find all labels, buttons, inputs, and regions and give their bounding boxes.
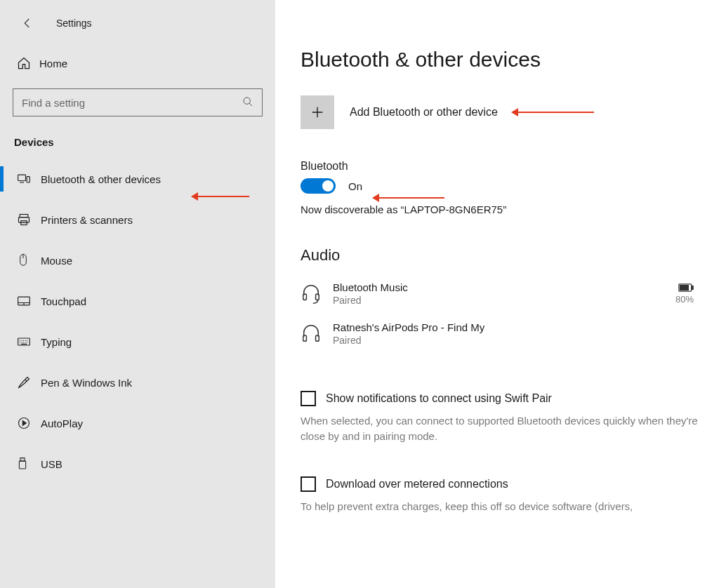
sidebar-item-label: Touchpad <box>41 295 86 307</box>
sidebar-item-pen[interactable]: Pen & Windows Ink <box>0 364 275 401</box>
home-icon <box>17 56 31 70</box>
sidebar-item-label: Pen & Windows Ink <box>41 377 132 389</box>
metered-checkbox[interactable] <box>301 476 316 492</box>
svg-rect-2 <box>27 177 29 182</box>
autoplay-icon <box>17 416 31 430</box>
search-container <box>13 88 263 116</box>
swift-pair-checkbox[interactable] <box>301 391 316 406</box>
search-input[interactable] <box>22 97 242 109</box>
sidebar-item-usb[interactable]: USB <box>0 446 275 482</box>
sidebar-item-bluetooth[interactable]: Bluetooth & other devices <box>0 161 275 197</box>
battery-percent: 80% <box>675 294 694 305</box>
device-name: Ratnesh's AirPods Pro - Find My <box>333 321 698 333</box>
bluetooth-label: Bluetooth <box>301 160 698 173</box>
svg-point-0 <box>244 98 250 104</box>
device-item[interactable]: Bluetooth Music Paired 80% <box>301 277 698 317</box>
swift-pair-section: Show notifications to connect using Swif… <box>301 391 698 514</box>
swift-pair-desc: When selected, you can connect to suppor… <box>301 413 698 444</box>
sidebar-item-mouse[interactable]: Mouse <box>0 242 275 279</box>
bluetooth-toggle[interactable] <box>301 178 336 194</box>
sidebar-item-label: USB <box>41 458 62 470</box>
arrow-left-icon <box>21 17 34 29</box>
device-name: Bluetooth Music <box>333 281 675 293</box>
device-battery: 80% <box>675 283 694 305</box>
svg-rect-3 <box>20 215 28 218</box>
bluetooth-toggle-state: On <box>348 180 362 192</box>
nav-list: Bluetooth & other devices Printers & sca… <box>0 161 275 486</box>
svg-rect-10 <box>20 458 25 462</box>
sidebar-item-printers[interactable]: Printers & scanners <box>0 201 275 238</box>
svg-rect-18 <box>316 335 319 340</box>
bluetooth-section: Bluetooth On Now discoverable as “LAPTOP… <box>301 160 698 215</box>
window-title: Settings <box>56 18 92 29</box>
section-title: Devices <box>0 132 275 161</box>
search-icon <box>242 96 253 109</box>
add-device-label: Add Bluetooth or other device <box>350 106 498 119</box>
usb-icon <box>17 457 28 471</box>
metered-desc: To help prevent extra charges, keep this… <box>301 499 698 514</box>
printer-icon <box>17 213 31 227</box>
main-pane: Bluetooth & other devices Add Bluetooth … <box>275 0 719 588</box>
home-label: Home <box>39 58 67 69</box>
battery-icon <box>675 283 694 294</box>
discoverable-text: Now discoverable as “LAPTOP-8GN6ER75” <box>301 203 698 215</box>
sidebar-item-label: Typing <box>41 336 72 348</box>
headphones-icon <box>301 323 322 345</box>
search-box[interactable] <box>13 88 263 116</box>
sidebar-item-typing[interactable]: Typing <box>0 323 275 360</box>
add-device-row[interactable]: Add Bluetooth or other device <box>301 95 698 129</box>
swift-pair-label: Show notifications to connect using Swif… <box>326 392 552 405</box>
sidebar-item-autoplay[interactable]: AutoPlay <box>0 405 275 441</box>
metered-label: Download over metered connections <box>326 478 508 490</box>
back-button[interactable] <box>15 11 39 35</box>
mouse-icon <box>17 253 29 267</box>
svg-rect-1 <box>18 175 26 180</box>
device-status: Paired <box>333 295 675 306</box>
touchpad-icon <box>17 295 31 307</box>
svg-rect-17 <box>303 335 307 340</box>
svg-rect-13 <box>316 294 319 300</box>
headset-icon <box>301 283 322 305</box>
sidebar-item-label: Bluetooth & other devices <box>41 173 161 185</box>
audio-section-title: Audio <box>301 246 698 265</box>
plus-icon <box>310 105 325 120</box>
sidebar-item-label: Mouse <box>41 255 72 267</box>
devices-icon <box>17 172 31 186</box>
svg-rect-4 <box>19 218 29 223</box>
device-status: Paired <box>333 335 698 346</box>
device-item[interactable]: Ratnesh's AirPods Pro - Find My Paired <box>301 317 698 357</box>
svg-rect-16 <box>680 285 689 290</box>
add-device-button[interactable] <box>301 95 334 129</box>
pen-icon <box>17 375 31 389</box>
topbar: Settings <box>0 7 275 48</box>
keyboard-icon <box>17 337 31 347</box>
sidebar: Settings Home Devices Bluetooth & other … <box>0 0 275 588</box>
sidebar-item-label: AutoPlay <box>41 417 83 429</box>
svg-rect-12 <box>303 294 307 300</box>
page-title: Bluetooth & other devices <box>301 48 698 72</box>
home-link[interactable]: Home <box>0 48 275 79</box>
sidebar-item-touchpad[interactable]: Touchpad <box>0 283 275 319</box>
svg-rect-15 <box>692 286 693 289</box>
svg-rect-11 <box>19 461 25 469</box>
sidebar-item-label: Printers & scanners <box>41 214 133 226</box>
